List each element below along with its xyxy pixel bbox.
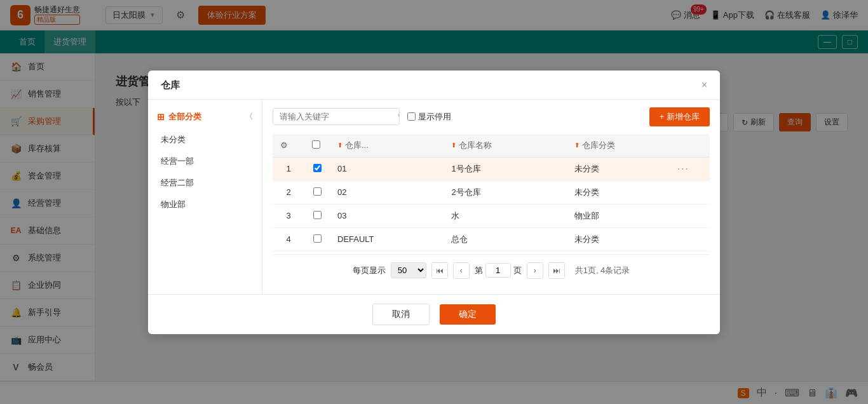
th-code: ⬆ 仓库...: [330, 134, 444, 158]
category-all-label: 全部分类: [168, 111, 201, 123]
cancel-button[interactable]: 取消: [372, 304, 430, 325]
page-size-select[interactable]: 50 20 100: [391, 262, 426, 278]
page-prefix-label: 第: [475, 265, 483, 276]
sort-icon-name: ⬆: [451, 142, 456, 149]
row-checkbox[interactable]: [313, 211, 322, 219]
warehouse-table: ⚙ ⬆ 仓库...: [273, 134, 710, 252]
table-row: 4 DEFAULT 总仓 未分类: [273, 227, 710, 251]
toolbar-left: 🔍 显示停用: [273, 108, 451, 125]
row-checkbox-cell: [304, 204, 330, 227]
table-row: 1 01 1号仓库 未分类 ···: [273, 157, 710, 180]
row-code: 03: [330, 204, 444, 227]
row-name: 2号仓库: [444, 180, 567, 204]
row-checkbox-cell: [304, 227, 330, 251]
dialog-overlay: 仓库 × ⊞ 全部分类 《 未分类 经营一部: [0, 0, 868, 404]
prev-page-button[interactable]: ‹: [453, 262, 470, 279]
table-header: ⚙ ⬆ 仓库...: [273, 134, 710, 158]
category-item-ops1[interactable]: 经营一部: [148, 151, 262, 172]
dialog-header: 仓库 ×: [148, 71, 720, 100]
row-checkbox-cell: [304, 157, 330, 180]
row-code: 01: [330, 157, 444, 180]
warehouse-dialog: 仓库 × ⊞ 全部分类 《 未分类 经营一部: [148, 71, 720, 334]
select-all-checkbox[interactable]: [312, 140, 320, 149]
row-checkbox[interactable]: [313, 234, 322, 243]
row-num: 4: [273, 227, 304, 251]
pagination-bar: 每页显示 50 20 100 ⏮ ‹ 第 页 › ⏭ 共1页, 4: [273, 254, 710, 286]
dialog-title: 仓库: [161, 79, 180, 91]
category-item-ops2[interactable]: 经营二部: [148, 172, 262, 194]
row-actions[interactable]: ···: [677, 163, 689, 175]
grid-icon: ⊞: [157, 112, 165, 122]
show-disabled-checkbox[interactable]: [407, 112, 416, 121]
table-body: 1 01 1号仓库 未分类 ··· 2 02 2号仓库 未分类 3 03 水 物…: [273, 157, 710, 251]
next-page-button[interactable]: ›: [527, 262, 543, 279]
per-page-label: 每页显示: [353, 265, 386, 276]
category-item-uncategorized[interactable]: 未分类: [148, 129, 262, 151]
show-disabled-label[interactable]: 显示停用: [407, 111, 451, 123]
th-checkbox: [304, 134, 330, 158]
category-item-property[interactable]: 物业部: [148, 194, 262, 215]
search-button[interactable]: 🔍: [393, 109, 400, 125]
collapse-button[interactable]: 《: [245, 111, 253, 122]
first-page-button[interactable]: ⏮: [431, 262, 448, 279]
row-num: 1: [273, 157, 304, 180]
th-name: ⬆ 仓库名称: [444, 134, 567, 158]
table-toolbar: 🔍 显示停用 + 新增仓库: [273, 107, 710, 126]
page-unit-label: 页: [513, 265, 522, 276]
sort-icon-cat: ⬆: [574, 142, 580, 149]
table-row: 2 02 2号仓库 未分类: [273, 180, 710, 204]
row-name: 1号仓库: [444, 157, 567, 180]
category-header: ⊞ 全部分类 《: [148, 107, 262, 129]
category-all-item[interactable]: ⊞ 全部分类: [157, 111, 201, 123]
last-page-button[interactable]: ⏭: [548, 262, 565, 279]
table-container: ⚙ ⬆ 仓库...: [273, 134, 710, 252]
row-code: DEFAULT: [330, 227, 444, 251]
row-category: 未分类: [567, 180, 710, 204]
add-warehouse-button[interactable]: + 新增仓库: [649, 107, 710, 126]
row-num: 3: [273, 204, 304, 227]
row-code: 02: [330, 180, 444, 204]
table-panel: 🔍 显示停用 + 新增仓库: [262, 100, 720, 294]
search-icon: 🔍: [398, 112, 400, 121]
th-category: ⬆ 仓库分类: [567, 134, 710, 158]
search-box: 🔍: [273, 108, 400, 125]
row-category: 未分类 ···: [567, 157, 710, 180]
confirm-button[interactable]: 确定: [440, 304, 496, 325]
page-number-input[interactable]: [485, 263, 511, 278]
row-category: 未分类: [567, 227, 710, 251]
category-panel: ⊞ 全部分类 《 未分类 经营一部 经营二部 物业部: [148, 100, 262, 294]
row-name: 水: [444, 204, 567, 227]
table-row: 3 03 水 物业部: [273, 204, 710, 227]
page-total: 共1页, 4条记录: [575, 265, 630, 276]
setting-icon: ⚙: [280, 140, 288, 150]
dialog-body: ⊞ 全部分类 《 未分类 经营一部 经营二部 物业部: [148, 100, 720, 294]
sort-icon: ⬆: [337, 142, 342, 149]
row-checkbox[interactable]: [313, 187, 322, 196]
row-category: 物业部: [567, 204, 710, 227]
page-input-wrap: 第 页: [475, 263, 522, 278]
row-num: 2: [273, 180, 304, 204]
header-row: ⚙ ⬆ 仓库...: [273, 134, 710, 158]
th-setting: ⚙: [273, 134, 304, 158]
dialog-close-button[interactable]: ×: [702, 80, 707, 90]
dialog-footer: 取消 确定: [148, 294, 720, 334]
row-checkbox-cell: [304, 180, 330, 204]
row-name: 总仓: [444, 227, 567, 251]
search-input[interactable]: [273, 109, 393, 125]
row-checkbox[interactable]: [313, 164, 322, 172]
